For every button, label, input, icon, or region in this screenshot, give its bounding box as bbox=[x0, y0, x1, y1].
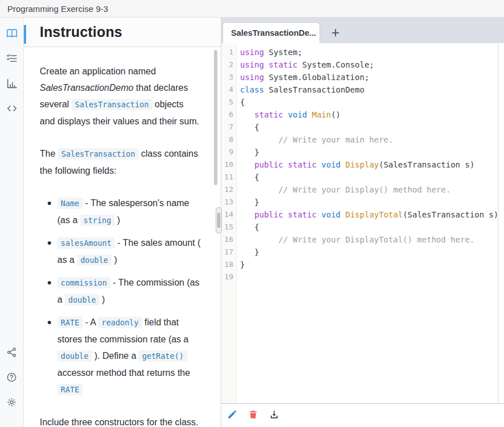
code-line: // Write your main here. bbox=[240, 133, 498, 146]
download-button[interactable] bbox=[268, 410, 280, 421]
editor-tab-salestransactiondemo[interactable]: SalesTransactionDe... bbox=[222, 22, 320, 43]
code-editor-panel: SalesTransactionDe... + 1234567891011121… bbox=[221, 18, 504, 427]
code-line: } bbox=[240, 146, 498, 158]
code-line: } bbox=[240, 196, 498, 208]
editor-tab-bar: SalesTransactionDe... + bbox=[221, 18, 504, 43]
code-line: class SalesTransactionDemo bbox=[240, 83, 498, 96]
line-number: 14 bbox=[221, 208, 236, 221]
editor-scrollbar[interactable] bbox=[498, 43, 504, 403]
inline-code: double bbox=[65, 294, 99, 305]
help-icon bbox=[6, 372, 17, 384]
line-number: 4 bbox=[221, 83, 236, 96]
code-icon bbox=[6, 102, 18, 116]
delete-button[interactable] bbox=[247, 410, 259, 421]
inline-code: commission bbox=[57, 277, 110, 288]
line-number: 15 bbox=[221, 221, 236, 233]
italic-text: SalesTransactionDemo bbox=[40, 83, 133, 93]
sidebar-item-help[interactable] bbox=[5, 371, 19, 386]
code-line: public static void Display(SalesTransact… bbox=[240, 158, 498, 171]
code-line: } bbox=[240, 258, 498, 271]
instructions-panel: Instructions Create an application named… bbox=[24, 18, 221, 427]
code-line: using System; bbox=[240, 46, 498, 58]
line-number: 8 bbox=[221, 133, 236, 146]
code-line: } bbox=[240, 246, 498, 258]
instructions-scrollbar-thumb[interactable] bbox=[214, 50, 217, 185]
page-title: Programming Exercise 9-3 bbox=[7, 4, 108, 14]
inline-code: readonly bbox=[98, 317, 142, 328]
inline-code: RATE bbox=[57, 317, 83, 328]
line-number: 16 bbox=[221, 233, 236, 246]
bar-chart-icon bbox=[6, 77, 18, 91]
new-tab-button[interactable]: + bbox=[320, 22, 351, 43]
trash-icon bbox=[248, 409, 258, 421]
code-editor[interactable]: using System;using static System.Console… bbox=[237, 43, 498, 403]
inline-code: double bbox=[57, 350, 92, 362]
code-line: // Write your Display() method here. bbox=[240, 183, 498, 196]
line-number: 17 bbox=[221, 246, 236, 258]
sidebar-item-share[interactable] bbox=[5, 346, 19, 361]
line-number: 6 bbox=[221, 108, 236, 121]
instruction-bullet: Name - The salesperson's name (as a stri… bbox=[48, 195, 201, 229]
line-number: 7 bbox=[221, 121, 236, 133]
line-number: 2 bbox=[221, 58, 236, 71]
inline-code: string bbox=[80, 215, 115, 226]
code-line: static void Main() bbox=[240, 108, 498, 121]
line-number: 12 bbox=[221, 183, 236, 196]
code-line: using System.Globalization; bbox=[240, 71, 498, 83]
code-line: { bbox=[240, 121, 498, 133]
share-icon bbox=[6, 347, 17, 359]
inline-code: salesAmount bbox=[57, 237, 115, 249]
window-title-bar: Programming Exercise 9-3 bbox=[0, 0, 504, 18]
line-number: 19 bbox=[221, 271, 236, 283]
sidebar bbox=[0, 18, 24, 427]
line-number: 11 bbox=[221, 171, 236, 183]
instructions-title: Instructions bbox=[40, 24, 122, 40]
sidebar-item-code[interactable] bbox=[5, 102, 19, 116]
instruction-bullet: RATE - A readonly field that stores the … bbox=[48, 314, 201, 398]
code-line bbox=[240, 271, 498, 283]
code-line: { bbox=[240, 171, 498, 183]
inline-code: SalesTransaction bbox=[58, 148, 138, 160]
sidebar-item-results[interactable] bbox=[5, 77, 19, 91]
inline-code: double bbox=[77, 254, 112, 266]
instruction-paragraph: The SalesTransaction class contains the … bbox=[40, 145, 201, 179]
sidebar-item-tasks[interactable] bbox=[5, 52, 19, 66]
line-number: 9 bbox=[221, 146, 236, 158]
line-number: 1 bbox=[221, 46, 236, 58]
line-number: 10 bbox=[221, 158, 236, 171]
instruction-paragraph: Include three constructors for the class… bbox=[40, 414, 201, 427]
code-line: using static System.Console; bbox=[240, 58, 498, 71]
instructions-header: Instructions bbox=[24, 18, 221, 47]
gutter: 12345678910111213141516171819 bbox=[221, 43, 237, 403]
app-window: Programming Exercise 9-3 bbox=[0, 0, 504, 427]
download-icon bbox=[269, 409, 279, 421]
inline-code: RATE bbox=[57, 384, 83, 395]
sidebar-item-instructions[interactable] bbox=[5, 27, 19, 41]
instruction-bullet: commission - The commission (as a double… bbox=[48, 274, 201, 308]
pencil-icon bbox=[227, 409, 237, 421]
gear-icon bbox=[6, 397, 17, 409]
code-line: { bbox=[240, 96, 498, 108]
edit-button[interactable] bbox=[226, 410, 238, 421]
editor-body: 12345678910111213141516171819 using Syst… bbox=[221, 43, 504, 403]
panel-splitter-handle[interactable] bbox=[216, 207, 222, 233]
sidebar-item-settings[interactable] bbox=[5, 396, 19, 411]
instruction-paragraph: Create an application named SalesTransac… bbox=[40, 63, 201, 129]
plus-icon: + bbox=[331, 24, 340, 41]
sidebar-active-indicator bbox=[24, 25, 26, 44]
code-line: public static void DisplayTotal(SalesTra… bbox=[240, 208, 498, 221]
line-number: 18 bbox=[221, 258, 236, 271]
open-book-icon bbox=[6, 27, 18, 41]
line-number: 5 bbox=[221, 96, 236, 108]
editor-tab-label: SalesTransactionDe... bbox=[231, 28, 316, 37]
main-area: Instructions Create an application named… bbox=[0, 18, 504, 427]
checklist-icon bbox=[6, 52, 18, 66]
code-line: { bbox=[240, 221, 498, 233]
editor-toolbar bbox=[221, 403, 504, 427]
instructions-body: Create an application named SalesTransac… bbox=[24, 47, 221, 427]
instruction-bullet: salesAmount - The sales amount ( as a do… bbox=[48, 235, 201, 269]
inline-code: getRate() bbox=[138, 350, 187, 362]
line-number: 3 bbox=[221, 71, 236, 83]
instruction-list: Name - The salesperson's name (as a stri… bbox=[40, 195, 201, 398]
line-number: 13 bbox=[221, 196, 236, 208]
